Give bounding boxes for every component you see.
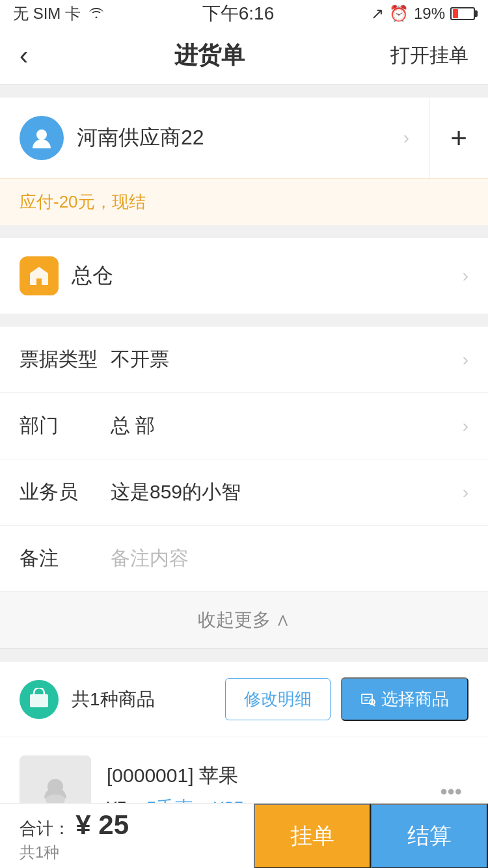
- invoice-value: 不开票: [111, 346, 456, 373]
- department-row[interactable]: 部门 总 部 ›: [0, 393, 488, 459]
- supplier-avatar: [20, 116, 64, 160]
- products-count: 共1种商品: [72, 687, 225, 712]
- salesperson-row[interactable]: 业务员 这是859的小智 ›: [0, 459, 488, 526]
- supplier-chevron-icon: ›: [403, 128, 409, 148]
- wifi-icon: [87, 5, 105, 23]
- department-value: 总 部: [111, 413, 456, 439]
- svg-point-0: [36, 129, 47, 140]
- supplier-name: 河南供应商22: [77, 124, 397, 152]
- products-icon: [20, 680, 59, 719]
- warehouse-icon: [20, 256, 59, 295]
- battery-icon: [450, 7, 475, 20]
- note-row[interactable]: 备注 备注内容: [0, 526, 488, 591]
- content-area: 河南供应商22 › + 应付-20元，现结 总仓 › 票据类型 不开票 › 部门…: [0, 98, 488, 868]
- location-icon: ↗: [371, 5, 384, 23]
- product-code: [0000001]: [107, 765, 193, 786]
- collapse-section: 收起更多 ∧: [0, 591, 488, 649]
- salesperson-chevron-icon: ›: [463, 482, 468, 503]
- bottom-bar: 合计： ¥ 25 共1种 挂单 结算: [0, 803, 488, 868]
- products-header: 共1种商品 修改明细 选择商品: [0, 662, 488, 737]
- status-right: ↗ ⏰ 19%: [371, 5, 475, 23]
- page-title: 进货单: [174, 40, 245, 72]
- note-value[interactable]: 备注内容: [111, 545, 468, 572]
- total-section: 合计： ¥ 25 共1种: [0, 809, 254, 863]
- payment-notice: 应付-20元，现结: [0, 178, 488, 225]
- warehouse-name: 总仓: [72, 262, 456, 290]
- status-bar: 无 SIM 卡 下午6:16 ↗ ⏰ 19%: [0, 0, 488, 27]
- form-section: 票据类型 不开票 › 部门 总 部 › 业务员 这是859的小智 › 备注 备注…: [0, 327, 488, 591]
- status-time: 下午6:16: [202, 1, 275, 26]
- salesperson-value: 这是859的小智: [111, 479, 456, 506]
- note-label: 备注: [20, 545, 111, 572]
- alarm-icon: ⏰: [389, 5, 409, 23]
- hang-button[interactable]: 挂单: [254, 804, 371, 869]
- department-chevron-icon: ›: [463, 416, 468, 437]
- department-label: 部门: [20, 413, 111, 439]
- total-count: 共1种: [20, 842, 234, 863]
- product-title: 苹果: [199, 765, 238, 786]
- supplier-selector[interactable]: 河南供应商22 ›: [0, 98, 429, 178]
- salesperson-label: 业务员: [20, 479, 111, 506]
- battery-percent: 19%: [414, 5, 445, 23]
- total-row: 合计： ¥ 25: [20, 809, 234, 841]
- svg-rect-3: [362, 694, 372, 703]
- status-left: 无 SIM 卡: [13, 3, 105, 24]
- select-product-label: 选择商品: [381, 688, 449, 711]
- nav-bar: ‹ 进货单 打开挂单: [0, 27, 488, 85]
- invoice-row[interactable]: 票据类型 不开票 ›: [0, 327, 488, 393]
- svg-rect-1: [36, 278, 42, 285]
- warehouse-chevron-icon: ›: [463, 265, 468, 286]
- warehouse-section[interactable]: 总仓 ›: [0, 238, 488, 314]
- collapse-button[interactable]: 收起更多 ∧: [198, 610, 291, 630]
- product-name: [0000001] 苹果: [107, 763, 433, 789]
- total-label: 合计：: [20, 819, 70, 838]
- carrier-text: 无 SIM 卡: [13, 3, 81, 24]
- add-supplier-button[interactable]: +: [429, 98, 488, 178]
- invoice-label: 票据类型: [20, 346, 111, 373]
- select-product-button[interactable]: 选择商品: [341, 677, 468, 721]
- checkout-button[interactable]: 结算: [371, 804, 488, 869]
- open-pending-button[interactable]: 打开挂单: [390, 42, 468, 69]
- svg-rect-2: [30, 694, 48, 707]
- supplier-section: 河南供应商22 › +: [0, 98, 488, 178]
- back-button[interactable]: ‹: [20, 41, 28, 70]
- total-amount: ¥ 25: [75, 809, 129, 840]
- edit-detail-button[interactable]: 修改明细: [225, 678, 331, 720]
- invoice-chevron-icon: ›: [463, 349, 468, 370]
